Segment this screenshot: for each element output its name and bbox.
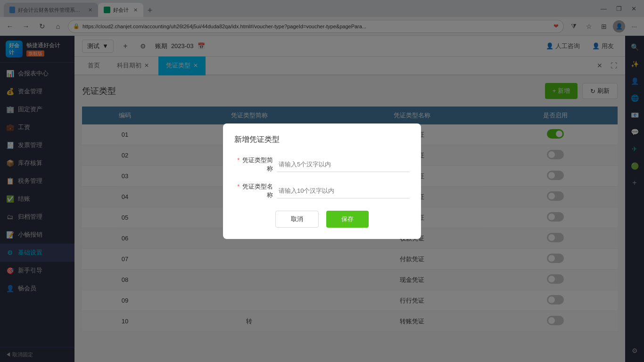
form-item-name: * 凭证类型名称 xyxy=(234,182,410,199)
cancel-button[interactable]: 取消 xyxy=(275,211,319,228)
modal-overlay: 新增凭证类型 * 凭证类型简称 * 凭证类型名称 取消 保存 xyxy=(0,0,644,362)
name-input[interactable] xyxy=(277,183,410,198)
modal-dialog: 新增凭证类型 * 凭证类型简称 * 凭证类型名称 取消 保存 xyxy=(223,123,421,239)
form-label-name: * 凭证类型名称 xyxy=(234,182,277,199)
modal-title: 新增凭证类型 xyxy=(234,135,410,145)
required-mark-short: * xyxy=(237,156,239,164)
form-item-short: * 凭证类型简称 xyxy=(234,156,410,173)
form-label-short: * 凭证类型简称 xyxy=(234,156,277,173)
save-button[interactable]: 保存 xyxy=(326,211,369,228)
modal-footer: 取消 保存 xyxy=(234,211,410,228)
short-input[interactable] xyxy=(277,157,410,172)
required-mark-name: * xyxy=(237,183,239,190)
